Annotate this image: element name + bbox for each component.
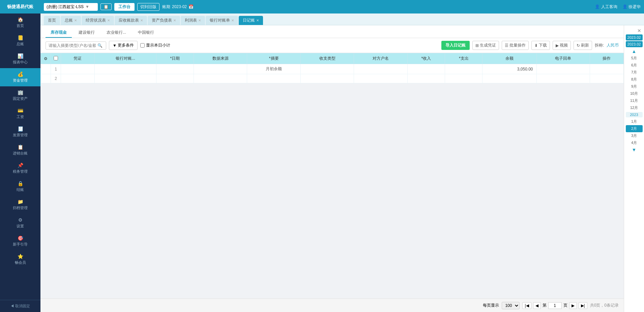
date-panel-month-3[interactable]: 3月 xyxy=(626,132,643,139)
refresh-btn[interactable]: ↻ 刷新 xyxy=(574,41,592,50)
next-page-btn[interactable]: ▶ xyxy=(569,302,577,309)
date-panel-month-6[interactable]: 6月 xyxy=(626,62,643,69)
sidebar-item-label: 新手引导 xyxy=(13,242,28,247)
tax-icon: 📌 xyxy=(18,163,23,168)
bank-tab-cash[interactable]: 库存现金 xyxy=(46,28,72,38)
date-panel-month-10[interactable]: 10月 xyxy=(626,90,643,97)
date-panel-month-9[interactable]: 9月 xyxy=(626,83,643,90)
row-bank-match xyxy=(94,64,156,74)
sidebar-item-label: 归档管理 xyxy=(13,205,28,210)
last-page-btn[interactable]: ▶| xyxy=(579,302,587,309)
search-input[interactable] xyxy=(49,43,96,48)
copy-company-btn[interactable]: 📋 xyxy=(100,3,112,10)
date-panel-up-nav[interactable]: ▲ xyxy=(631,48,637,55)
download-btn[interactable]: ⬇ 下载 xyxy=(531,41,550,50)
sidebar-item-closing[interactable]: 🔒 结账 xyxy=(0,177,40,196)
import-journal-btn[interactable]: 导入日记账 xyxy=(441,41,470,50)
support-btn[interactable]: 👤 人工客询 xyxy=(595,4,617,10)
sidebar-item-fixed-assets[interactable]: 🏢 固定资产 xyxy=(0,86,40,105)
company-selector[interactable]: (勿册) 江西超宝-LSS ▼ xyxy=(44,3,98,11)
sidebar-unpin-btn[interactable]: ◀ 取消固定 xyxy=(0,300,40,312)
tab-close-icon[interactable]: ✕ xyxy=(231,19,234,22)
date-panel-month-7[interactable]: 7月 xyxy=(626,69,643,76)
date-panel-close-btn[interactable]: ✕ xyxy=(636,27,642,34)
sidebar-item-reports[interactable]: 📊 报表中心 xyxy=(0,50,40,68)
tab-close-icon[interactable]: ✕ xyxy=(140,19,143,22)
search-box[interactable]: 🔍 xyxy=(46,41,106,50)
tab-close-icon[interactable]: ✕ xyxy=(198,19,201,22)
date-panel-month-11[interactable]: 11月 xyxy=(626,97,643,104)
date-panel-month-1[interactable]: 1月 xyxy=(626,118,643,125)
tab-receivables[interactable]: 应收账款表 ✕ xyxy=(115,16,147,25)
calendar-icon[interactable]: 📅 xyxy=(188,4,194,9)
tab-bank-statement[interactable]: 银行对账单 ✕ xyxy=(206,16,238,25)
row-date xyxy=(156,64,194,74)
bank-tab-ccb[interactable]: 建设银行 xyxy=(74,28,100,38)
sidebar-item-invoice[interactable]: 🧾 发票管理 xyxy=(0,123,40,141)
table-check-col[interactable] xyxy=(51,53,61,64)
topbar: (勿册) 江西超宝-LSS ▼ 📋 工作台 切到旧版 账期 2023-02 📅 … xyxy=(40,0,644,13)
username: 徐逻华 xyxy=(628,4,641,9)
sidebar-item-member[interactable]: ⭐ 畅会员 xyxy=(0,250,40,268)
row-settings xyxy=(41,64,51,74)
bank-tab-boc[interactable]: 中国银行 xyxy=(133,28,159,38)
sidebar-item-guide[interactable]: 🎯 新手引导 xyxy=(0,232,40,250)
switch-old-btn[interactable]: 切到旧版 xyxy=(137,3,159,11)
filter-icon: ▼ xyxy=(113,43,117,48)
col-bank-match: 银行对账... xyxy=(94,53,156,64)
asset-icon: 💰 xyxy=(18,72,23,77)
row-action xyxy=(590,74,623,83)
col-expense: *支出 xyxy=(445,53,482,64)
user-info[interactable]: 👤 徐逻华 xyxy=(622,4,641,10)
prev-page-btn[interactable]: ◀ xyxy=(533,302,541,309)
tab-general-ledger[interactable]: 总账 ✕ xyxy=(61,16,81,25)
tab-close-icon[interactable]: ✕ xyxy=(107,19,110,22)
sidebar-item-archive[interactable]: 📁 归档管理 xyxy=(0,196,40,214)
tab-close-icon[interactable]: ✕ xyxy=(256,19,259,22)
table-settings-col[interactable]: ⚙ xyxy=(41,53,51,64)
tab-assets-liabilities[interactable]: 资产负债表 ✕ xyxy=(148,16,180,25)
select-all-checkbox[interactable] xyxy=(54,56,58,60)
tab-journal[interactable]: 日记账 ✕ xyxy=(239,16,263,25)
date-panel-month-4[interactable]: 4月 xyxy=(626,139,643,146)
sidebar-item-label: 发票管理 xyxy=(13,133,28,138)
sidebar-item-general-ledger[interactable]: 📒 总账 xyxy=(0,32,40,50)
col-summary: *摘要 xyxy=(247,53,300,64)
row-counterparty xyxy=(354,64,407,74)
col-type: 收支类型 xyxy=(300,53,354,64)
subtotal-checkbox[interactable] xyxy=(140,43,145,48)
sidebar-item-home[interactable]: 🏠 首页 xyxy=(0,13,40,32)
lock-icon: 🔒 xyxy=(18,181,23,186)
batch-ops-btn[interactable]: ☰ 批量操作 xyxy=(502,41,529,50)
sidebar-item-asset-mgmt[interactable]: 💰 资金管理 xyxy=(0,68,40,86)
sidebar-item-sales-ledger[interactable]: 📋 进销台账 xyxy=(0,141,40,159)
date-panel-year-label[interactable]: 2023 xyxy=(626,112,643,117)
date-panel-month-12[interactable]: 12月 xyxy=(626,104,643,111)
tab-close-icon[interactable]: ✕ xyxy=(74,19,77,22)
sidebar-item-settings[interactable]: ⚙ 设置 xyxy=(0,214,40,232)
date-panel-month-5[interactable]: 5月 xyxy=(626,55,643,62)
workbench-btn[interactable]: 工作台 xyxy=(114,3,135,11)
row-type xyxy=(300,74,354,83)
sidebar-item-salary[interactable]: 💳 工资 xyxy=(0,105,40,123)
archive-icon: 📁 xyxy=(18,199,23,204)
video-btn[interactable]: ▶ 视频 xyxy=(553,41,571,50)
content-area: 库存现金 建设银行 农业银行... 中国银行 🔍 ▼ 更多条件 显示本日小计 xyxy=(40,25,624,312)
currency-value[interactable]: 人民币 xyxy=(607,42,619,48)
generate-voucher-btn[interactable]: ⊞ 生成凭证 xyxy=(472,41,499,50)
tab-profit[interactable]: 利润表 ✕ xyxy=(181,16,205,25)
date-panel-month-8[interactable]: 8月 xyxy=(626,76,643,83)
tab-home[interactable]: 首页 xyxy=(44,16,60,25)
page-size-select[interactable]: 100 xyxy=(502,302,520,309)
more-filter-btn[interactable]: ▼ 更多条件 xyxy=(109,41,138,50)
page-number-input[interactable] xyxy=(548,302,562,309)
bank-tab-abc[interactable]: 农业银行... xyxy=(101,28,131,38)
first-page-btn[interactable]: |◀ xyxy=(522,302,531,309)
chevron-down-icon: ▼ xyxy=(85,4,89,9)
date-panel-down-nav[interactable]: ▼ xyxy=(631,146,637,153)
date-panel-month-2[interactable]: 2月 xyxy=(626,125,643,132)
tab-status-report[interactable]: 经营状况表 ✕ xyxy=(82,16,114,25)
tab-close-icon[interactable]: ✕ xyxy=(173,19,176,22)
show-subtotal-checkbox[interactable]: 显示本日小计 xyxy=(140,42,170,48)
sidebar-item-tax[interactable]: 📌 税务管理 xyxy=(0,159,40,177)
